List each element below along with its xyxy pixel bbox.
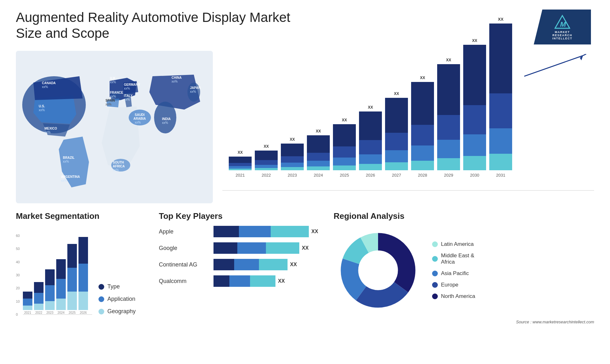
bar-xx-2021: XX — [238, 150, 243, 155]
segmentation-section: Market Segmentation 0 10 20 30 40 50 60 — [16, 211, 149, 364]
bar-year-2027: 2027 — [392, 173, 401, 178]
legend-type-dot — [98, 284, 104, 290]
player-row-4: Qualcomm XX — [159, 275, 324, 287]
svg-text:xx%: xx% — [124, 87, 130, 90]
player-bar-1-seg1 — [214, 226, 239, 237]
svg-text:AFRICA: AFRICA — [113, 165, 125, 168]
player-bar-2-seg1 — [214, 242, 237, 254]
svg-text:ARABIA: ARABIA — [133, 117, 146, 120]
legend-application-label: Application — [107, 296, 135, 302]
bar-year-2023: 2023 — [288, 173, 297, 178]
bottom-content: Market Segmentation 0 10 20 30 40 50 60 — [16, 211, 594, 364]
player-bar-1-seg2 — [239, 226, 271, 237]
page-container: Augmented Reality Automotive Display Mar… — [0, 0, 610, 364]
svg-text:MEXICO: MEXICO — [44, 127, 57, 130]
bar-xx-2027: XX — [394, 91, 399, 96]
logo-line3: INTELLECT — [552, 37, 573, 40]
svg-text:xx%: xx% — [124, 98, 130, 101]
player-bar-3-seg3 — [259, 259, 288, 270]
regional-label-north-america: North America — [441, 293, 475, 300]
bar-xx-2026: XX — [368, 105, 373, 110]
bar-year-2028: 2028 — [418, 173, 427, 178]
regional-dot-middle-east — [432, 256, 438, 262]
player-row-2: Google XX — [159, 242, 324, 254]
bar-group-2031: XX 2031 — [489, 17, 512, 178]
bar-group-2023: XX 2023 — [281, 137, 304, 178]
player-bar-4-seg2 — [229, 275, 250, 287]
svg-text:GERMANY: GERMANY — [124, 83, 140, 86]
players-list: Apple XX Google — [159, 226, 324, 287]
bar-year-2025: 2025 — [340, 173, 349, 178]
legend-geography-dot — [98, 309, 104, 314]
bar-xx-2028: XX — [420, 76, 425, 80]
svg-text:SAUDI: SAUDI — [135, 113, 145, 117]
regional-dot-europe — [432, 282, 438, 288]
bar-year-2030: 2030 — [470, 173, 479, 178]
regional-content: Latin America Middle East &Africa Asia P… — [334, 226, 594, 315]
player-row-1: Apple XX — [159, 226, 324, 237]
svg-text:xx%: xx% — [190, 90, 196, 93]
seg-bar-chart-container: 0 10 20 30 40 50 60 — [16, 226, 92, 324]
bar-year-2024: 2024 — [314, 173, 323, 178]
player-bar-1-seg3 — [271, 226, 309, 237]
legend-geography-label: Geography — [107, 308, 136, 315]
player-xx-4: XX — [278, 278, 285, 284]
bar-group-2029: XX 2029 — [437, 58, 460, 178]
bar-group-2024: XX 2024 — [307, 129, 330, 178]
player-bar-3-seg1 — [214, 259, 234, 270]
svg-text:CHINA: CHINA — [172, 76, 182, 79]
svg-text:xx%: xx% — [44, 131, 51, 134]
segmentation-title: Market Segmentation — [16, 211, 149, 221]
regional-dot-north-america — [432, 293, 438, 299]
bar-group-2028: XX 2028 — [411, 76, 434, 178]
svg-text:xx%: xx% — [63, 160, 69, 163]
regional-legend-north-america: North America — [432, 293, 475, 300]
seg-content: 0 10 20 30 40 50 60 — [16, 226, 149, 324]
regional-label-asia-pacific: Asia Pacific — [441, 270, 469, 277]
svg-text:FRANCE: FRANCE — [110, 91, 123, 94]
bar-xx-2025: XX — [342, 118, 347, 122]
svg-text:BRAZIL: BRAZIL — [63, 156, 75, 159]
regional-legend: Latin America Middle East &Africa Asia P… — [432, 241, 475, 300]
logo-line1: MARKET — [552, 30, 573, 34]
player-bar-container-3: XX — [214, 259, 297, 270]
logo-icon: M — [554, 14, 570, 30]
svg-line-42 — [583, 54, 586, 56]
svg-text:M: M — [560, 20, 566, 28]
bar-year-2029: 2029 — [444, 173, 453, 178]
regional-title: Regional Analysis — [334, 211, 594, 221]
player-bar-3 — [214, 259, 288, 270]
regional-legend-asia-pacific: Asia Pacific — [432, 270, 475, 277]
bar-year-2026: 2026 — [366, 173, 375, 178]
seg-bar-2021: 2021 — [23, 292, 32, 314]
regional-legend-latin-america: Latin America — [432, 241, 475, 247]
svg-text:U.S.: U.S. — [39, 104, 45, 108]
bar-xx-2022: XX — [264, 144, 269, 149]
legend-application: Application — [98, 296, 136, 302]
player-name-1: Apple — [159, 228, 210, 235]
map-section: CANADA xx% U.S. xx% MEXICO xx% BRAZIL xx… — [16, 51, 213, 203]
svg-text:INDIA: INDIA — [162, 117, 171, 121]
bar-group-2030: XX 2030 — [463, 38, 486, 178]
svg-text:xx%: xx% — [113, 168, 119, 172]
svg-text:xx%: xx% — [172, 80, 178, 83]
player-bar-3-seg2 — [234, 259, 259, 270]
legend-geography: Geography — [98, 308, 136, 315]
bar-year-2021: 2021 — [236, 173, 245, 178]
source-text: Source : www.marketresearchintellect.com — [334, 320, 594, 324]
player-name-3: Continental AG — [159, 261, 210, 268]
bar-xx-2030: XX — [472, 38, 477, 43]
regional-legend-middle-east: Middle East &Africa — [432, 253, 475, 265]
players-title: Top Key Players — [159, 211, 324, 221]
player-row-3: Continental AG XX — [159, 259, 324, 270]
player-xx-2: XX — [302, 245, 308, 251]
regional-label-latin-america: Latin America — [441, 241, 474, 247]
seg-bar-2025: 2025 — [67, 244, 77, 314]
player-bar-4-seg3 — [250, 275, 275, 287]
seg-y-axis: 0 10 20 30 40 50 60 — [16, 234, 22, 316]
player-bar-container-2: XX — [214, 242, 308, 254]
player-bar-2-seg2 — [237, 242, 266, 254]
players-section: Top Key Players Apple XX — [159, 211, 324, 364]
seg-legend: Type Application Geography — [98, 283, 136, 324]
player-bar-container-4: XX — [214, 275, 285, 287]
